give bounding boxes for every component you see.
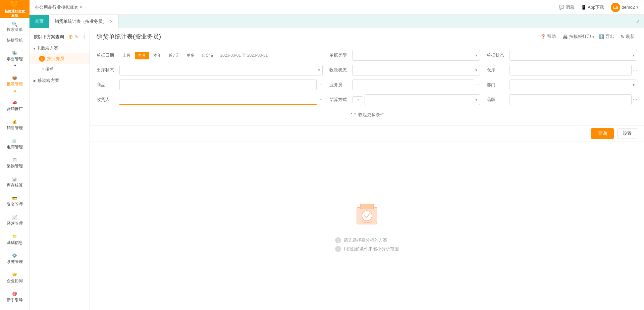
date-tab-this-year[interactable]: 本年 [150,52,164,59]
payment-remove-btn[interactable]: × [357,97,360,102]
salesperson-input[interactable] [352,80,474,90]
operation-label: 经营管理 [7,221,23,226]
empty-step-2: 2 用[过滤]条件来缩小分析范围 [335,246,398,252]
mobile-arrow-icon: ▶ [34,79,36,83]
desktop-section-header[interactable]: ▾ 电脑端方案 [30,43,90,53]
sidebar-item-purchase[interactable]: 📋 采购管理 [0,153,29,172]
account-dropdown[interactable]: 办公用品行业模拟账套 ▾ [35,4,82,10]
system-label: 系统管理 [7,259,23,265]
brand-input[interactable] [509,94,632,105]
print-icon: 🖨️ [562,34,568,39]
print-label: 按模板打印 [569,34,591,40]
dept-select[interactable] [509,80,637,90]
newbie-label: 新手引导 [7,297,23,303]
svg-point-2 [362,211,372,221]
print-arrow-icon: ▾ [592,34,595,39]
sidebar-item-sales[interactable]: 💰 销售管理 [0,115,29,134]
sidebar-item-basic[interactable]: 📁 基础信息 [0,230,29,249]
filter-collect-status: 收款状态 [329,65,480,75]
user-arrow-icon: ▾ [636,5,639,10]
doc-type-select-wrap [352,50,480,61]
finance-label: 资金管理 [7,202,23,207]
tab-expand-icon[interactable]: ⤢ [636,19,640,24]
empty-illustration [350,197,384,232]
collapse-btn[interactable]: ⌃⌃ 收起更多条件 [97,109,637,120]
sales-icon: 💰 [12,119,17,124]
tab-bar: 首页 销货单统计表（按业务员） ✕ — ⤢ [30,15,644,28]
edit-scheme-btn[interactable]: ✎ [75,34,79,40]
mobile-section-label: 移动端方案 [38,78,59,84]
refresh-btn[interactable]: ↻ 刷新 [618,32,637,41]
date-tab-last-month[interactable]: 上月 [119,52,133,59]
sidebar-item-enterprise[interactable]: 🤝 企业协同 [0,268,29,287]
sidebar-item-ecommerce[interactable]: 🛒 电商管理 [0,134,29,153]
date-tab-last7[interactable]: 近7天 [166,52,182,59]
sidebar-item-finance[interactable]: 💳 资金管理 [0,192,29,211]
print-btn[interactable]: 🖨️ 按模板打印 ▾ [562,34,595,40]
app-download-btn[interactable]: 📱 App下载 [581,4,604,10]
consignee-dots[interactable]: ··· [318,97,322,102]
tab-home[interactable]: 首页 [30,15,49,28]
query-button[interactable]: 查询 [591,128,614,139]
payment-select[interactable] [365,94,480,105]
message-btn[interactable]: 💬 消息 [559,4,574,10]
sidebar-item-wholesale[interactable]: 📦 批发管理 ▴ [0,71,29,96]
purchase-label: 采购管理 [7,163,23,169]
page-actions: ❓ 帮助 🖨️ 按模板打印 ▾ ⬆️ 导出 ↻ 刷新 [538,32,637,41]
sidebar-item-newbie[interactable]: 🎯 新手引导 [0,287,29,306]
dept-select-wrap [509,80,637,90]
scheme-by-order[interactable]: ≡ 按单 [30,64,90,74]
quick-nav: 快捷导航 [0,35,29,46]
operation-icon: 📈 [12,215,17,220]
date-tab-custom[interactable]: 自定义 [199,52,217,59]
finance-icon: 💳 [12,196,17,201]
step-2-num: 2 [335,246,341,252]
salesperson-scheme-label: 按业务员 [47,56,64,62]
sidebar-item-retail[interactable]: 🏪 零售管理 ▾ [0,46,29,71]
collect-status-select[interactable] [352,65,480,75]
doc-type-select[interactable] [352,50,480,61]
filter-section: 单据日期 上月 本月 本年 近7天 更多 自定义 20 [90,45,644,125]
settings-button[interactable]: 设置 [617,128,637,139]
sidebar-item-system[interactable]: ⚙️ 系统管理 [0,249,29,268]
goods-input[interactable] [119,80,317,90]
filter-brand: 品牌 ··· [487,94,637,105]
help-btn[interactable]: ❓ 帮助 [538,32,558,41]
warehouse-label: 仓库 [487,67,507,73]
app-subtitle: 标版 [11,13,18,18]
date-filter: 上月 本月 本年 近7天 更多 自定义 2023-03-01 至 2023-03… [119,52,323,59]
salesperson-dots[interactable]: ··· [476,82,480,88]
mobile-section-header[interactable]: ▶ 移动端方案 [30,75,90,86]
sidebar-item-apps[interactable]: 🔲 应用中心 [0,306,29,310]
scheme-by-salesperson[interactable]: 人 按业务员 [30,53,90,64]
export-btn[interactable]: ⬆️ 导出 [599,34,614,40]
doc-status-select[interactable] [509,50,637,61]
date-tab-this-month[interactable]: 本月 [135,52,149,59]
consignee-input[interactable] [119,94,317,105]
goods-dots[interactable]: ··· [318,82,322,88]
tab-minus-icon[interactable]: — [629,19,633,24]
account-name: 办公用品行业模拟账套 [35,4,78,10]
date-tab-more[interactable]: 更多 [183,52,198,59]
collect-status-label: 收款状态 [329,67,350,73]
warehouse-input[interactable] [509,65,632,75]
refresh-icon: ↻ [621,34,625,39]
by-order-label: 按单 [45,66,54,72]
date-tabs: 上月 本月 本年 近7天 更多 自定义 [119,52,217,59]
out-status-select[interactable] [119,65,323,75]
brand-dots[interactable]: ··· [633,97,637,102]
topbar-left: 办公用品行业模拟账套 ▾ [35,4,82,10]
user-name: demo2 [622,5,635,10]
sidebar-search[interactable]: 🔍 搜索菜单 [0,18,29,35]
inventory-icon: 📊 [12,177,17,182]
sidebar-item-marketing[interactable]: 📣 营销推广 [0,96,29,115]
dept-label: 部门 [487,82,507,88]
tab-sales-stat[interactable]: 销货单统计表（按业务员） ✕ [49,15,119,28]
warehouse-dots[interactable]: ··· [633,67,637,73]
collapse-panel-btn[interactable]: 《 [81,34,86,40]
sidebar-item-operation[interactable]: 📈 经营管理 [0,211,29,230]
add-scheme-btn[interactable]: ⊕ [68,34,73,40]
user-menu[interactable]: Ea demo2 ▾ [611,3,639,12]
tab-close-icon[interactable]: ✕ [110,19,113,24]
sidebar-item-inventory[interactable]: 📊 库存核算 [0,172,29,192]
